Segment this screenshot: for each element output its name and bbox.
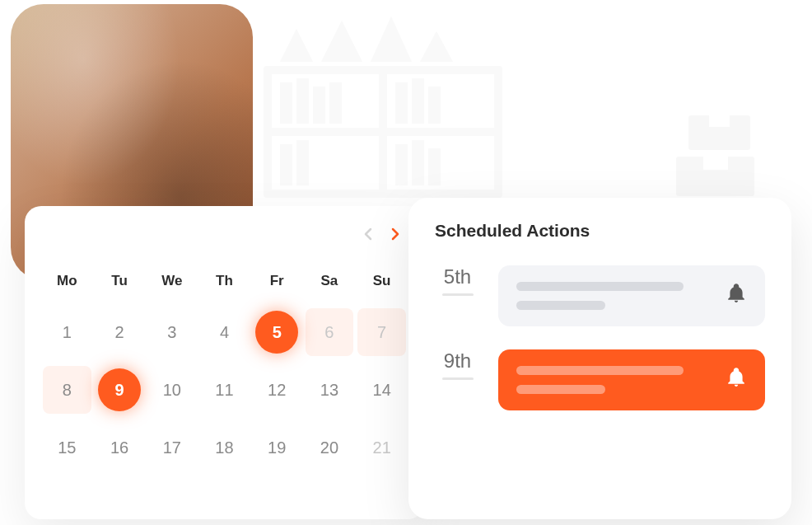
action-subtitle-placeholder — [516, 301, 605, 310]
calendar-day[interactable]: 14 — [357, 366, 406, 414]
calendar-day[interactable]: 17 — [147, 424, 196, 471]
svg-rect-12 — [280, 144, 292, 185]
day-header: Tu — [96, 266, 144, 296]
svg-marker-18 — [321, 21, 362, 62]
calendar-day[interactable]: 13 — [306, 366, 354, 414]
scheduled-action-item[interactable]: 9th — [435, 349, 765, 410]
bookshelf-decoration — [247, 0, 519, 206]
action-card[interactable] — [498, 265, 765, 326]
action-date: 5th — [435, 265, 480, 296]
calendar-widget: Mo Tu We Th Fr Sa Su 1234567891011121314… — [25, 206, 424, 519]
action-subtitle-placeholder — [516, 385, 605, 394]
calendar-day[interactable]: 6 — [306, 308, 354, 356]
day-header: Su — [357, 266, 406, 296]
svg-rect-22 — [709, 115, 730, 127]
svg-rect-16 — [428, 148, 441, 185]
svg-rect-10 — [412, 78, 424, 124]
day-header: Fr — [253, 266, 301, 296]
calendar-day[interactable]: 20 — [306, 424, 354, 471]
calendar-day[interactable]: 12 — [253, 366, 301, 414]
svg-rect-11 — [428, 87, 441, 124]
svg-marker-17 — [280, 29, 313, 62]
day-header: Mo — [43, 266, 91, 296]
bell-icon — [726, 282, 747, 303]
calendar-day[interactable]: 2 — [96, 308, 144, 356]
calendar-day[interactable]: 18 — [200, 424, 249, 471]
action-title-placeholder — [516, 282, 684, 291]
svg-rect-7 — [313, 87, 325, 124]
calendar-day[interactable]: 11 — [200, 366, 249, 414]
calendar-day[interactable]: 7 — [357, 308, 406, 356]
calendar-grid: 123456789101112131415161718192021 — [25, 304, 424, 476]
calendar-day[interactable]: 3 — [147, 308, 196, 356]
day-header: Th — [200, 266, 249, 296]
day-header: We — [147, 266, 196, 296]
day-header: Sa — [306, 266, 354, 296]
svg-rect-14 — [395, 144, 408, 185]
calendar-day[interactable]: 5 — [253, 308, 301, 356]
scheduled-actions-title: Scheduled Actions — [435, 221, 765, 241]
scheduled-actions-panel: Scheduled Actions 5th 9th — [408, 198, 791, 519]
calendar-day-headers: Mo Tu We Th Fr Sa Su — [25, 258, 424, 304]
calendar-day[interactable]: 8 — [43, 366, 91, 414]
svg-rect-24 — [703, 157, 728, 170]
calendar-prev-button[interactable] — [362, 224, 376, 246]
action-card-active[interactable] — [498, 349, 765, 410]
svg-marker-19 — [371, 16, 412, 62]
calendar-day[interactable]: 15 — [43, 424, 91, 471]
calendar-day[interactable]: 1 — [43, 308, 91, 356]
calendar-day[interactable]: 21 — [357, 424, 406, 471]
calendar-day[interactable]: 4 — [200, 308, 249, 356]
calendar-day[interactable]: 9 — [96, 366, 144, 414]
svg-rect-8 — [329, 82, 342, 124]
action-date: 9th — [435, 349, 480, 380]
svg-rect-15 — [412, 140, 424, 185]
svg-rect-6 — [296, 78, 309, 124]
bell-icon — [726, 366, 747, 387]
calendar-next-button[interactable] — [388, 224, 401, 246]
scheduled-action-item[interactable]: 5th — [435, 265, 765, 326]
svg-marker-20 — [420, 31, 453, 62]
boxes-decoration — [664, 111, 771, 198]
calendar-day[interactable]: 16 — [96, 424, 144, 471]
action-title-placeholder — [516, 366, 684, 375]
calendar-day[interactable]: 10 — [147, 366, 196, 414]
svg-rect-5 — [280, 82, 292, 124]
calendar-day[interactable]: 19 — [253, 424, 301, 471]
svg-rect-13 — [296, 140, 309, 185]
svg-rect-9 — [395, 82, 408, 124]
